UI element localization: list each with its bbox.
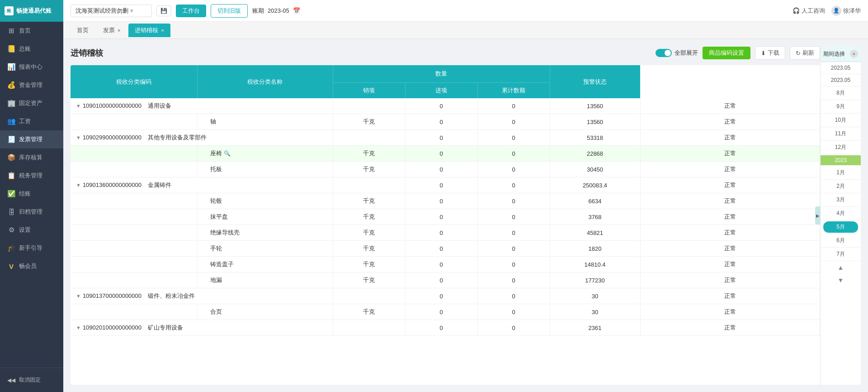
table-row[interactable]: 轮毂 千克 0 0 6634 正常 [71, 193, 820, 209]
table-row[interactable]: 手轮 千克 0 0 1820 正常 [71, 241, 820, 257]
period-10[interactable]: 10月 [821, 114, 861, 127]
sidebar: 账 畅捷通易代账 ⊞ 首页 📒 总账 📊 报表中心 💰 资金管理 🏢 固定资产 … [0, 0, 63, 392]
row-unit: 千克 [333, 193, 405, 209]
sidebar-item-settlement[interactable]: ✅ 结账 [0, 185, 63, 203]
period-5[interactable]: 5月 [823, 221, 858, 233]
period-7[interactable]: 7月 [821, 248, 861, 261]
period-2023-05-top[interactable]: 2023.05 [821, 62, 861, 74]
row-sale: 0 [405, 304, 477, 320]
sidebar-item-payroll[interactable]: 👥 工资 [0, 112, 63, 130]
table-row[interactable]: 轴 千克 0 0 13560 正常 [71, 114, 820, 130]
sidebar-label-settlement: 结账 [19, 190, 31, 198]
period-scroll-up[interactable]: ▲ [838, 264, 844, 271]
table-row[interactable]: 抹平盘 千克 0 0 3768 正常 [71, 209, 820, 225]
expand-toggle[interactable] [656, 49, 672, 57]
row-status: 正常 [640, 225, 820, 241]
row-total: 250083.4 [550, 177, 640, 193]
period-panel-close[interactable]: × [850, 50, 858, 58]
tab-reconcile-label: 进销稽核 [135, 26, 158, 34]
row-total: 3768 [550, 209, 640, 225]
table-row[interactable]: ▼109013700000000000 锻件、粉末冶金件 0 0 30 正常 [71, 288, 820, 304]
sidebar-item-settings[interactable]: ⚙ 设置 [0, 221, 63, 239]
sidebar-label-guide: 新手引导 [19, 244, 42, 252]
period-2023-05-b[interactable]: 2023.05 [821, 74, 861, 86]
row-name: 绝缘导线壳 [197, 225, 333, 241]
col-header-tax-name: 税收分类名称 [197, 65, 333, 98]
row-sale: 0 [405, 241, 477, 257]
sidebar-item-guide[interactable]: 🎓 新手引导 [0, 239, 63, 257]
row-unit [333, 320, 405, 336]
period-11[interactable]: 11月 [821, 127, 861, 141]
period-panel-header: 期间选择 × [821, 46, 861, 62]
row-total: 30450 [550, 162, 640, 177]
table-row[interactable]: ▼109020100000000000 矿山专用设备 0 0 2361 正常 [71, 320, 820, 336]
calendar-icon[interactable]: 📅 [293, 7, 300, 14]
sidebar-item-vip[interactable]: V 畅会员 [0, 257, 63, 275]
support-button[interactable]: 🎧 人工咨询 [793, 7, 825, 15]
product-code-button[interactable]: 商品编码设置 [703, 47, 750, 59]
save-draft-button[interactable]: 💾 [156, 5, 171, 16]
sidebar-item-funds[interactable]: 💰 资金管理 [0, 76, 63, 94]
row-code [71, 193, 197, 209]
row-code [71, 241, 197, 257]
row-sale: 0 [405, 288, 477, 304]
main-content: 进销稽核 全部展开 商品编码设置 ⬇ 下载 ↻ 刷新 [71, 46, 820, 385]
table-container[interactable]: 税收分类编码 税收分类名称 数量 预警状态 [71, 65, 820, 336]
period-6[interactable]: 6月 [821, 234, 861, 248]
table-row[interactable]: 座椅 🔍 千克 0 0 22868 正常 [71, 146, 820, 162]
period-3[interactable]: 3月 [821, 193, 861, 207]
row-sale: 0 [405, 257, 477, 272]
row-name: 手轮 [197, 241, 333, 257]
sidebar-item-reports[interactable]: 📊 报表中心 [0, 58, 63, 76]
sidebar-label-home: 首页 [19, 27, 31, 35]
table-row[interactable]: ▼109010000000000000 通用设备 0 0 13560 正常 [71, 98, 820, 114]
tab-reconcile-close[interactable]: × [161, 28, 164, 33]
period-2[interactable]: 2月 [821, 180, 861, 193]
sidebar-item-invoice[interactable]: 🧾 发票管理 [0, 130, 63, 148]
period-list: 2023.05 2023.05 8月 9月 10月 11月 12月 2023 1… [821, 62, 861, 385]
unpin-button[interactable]: ◀◀ 取消固定 [0, 373, 63, 387]
period-panel-title: 期间选择 [823, 50, 845, 58]
sidebar-item-tax[interactable]: 📋 税务管理 [0, 167, 63, 185]
table-row[interactable]: 合页 千克 0 0 30 正常 [71, 304, 820, 320]
period-8[interactable]: 8月 [821, 86, 861, 100]
page-actions: 全部展开 商品编码设置 ⬇ 下载 ↻ 刷新 [656, 46, 820, 60]
period-4[interactable]: 4月 [821, 207, 861, 220]
row-code [71, 257, 197, 272]
period-9[interactable]: 9月 [821, 100, 861, 114]
period-1[interactable]: 1月 [821, 166, 861, 180]
tab-invoice-close[interactable]: × [118, 28, 120, 33]
table-row[interactable]: 托板 千克 0 0 30450 正常 [71, 162, 820, 177]
col-header-status: 预警状态 [550, 65, 640, 98]
user-menu[interactable]: 👤 徐泽华 [831, 6, 861, 16]
table-row[interactable]: 地漏 千克 0 0 177230 正常 [71, 272, 820, 288]
table-row[interactable]: ▼109013600000000000 金属铸件 0 0 250083.4 正常 [71, 177, 820, 193]
sidebar-item-home[interactable]: ⊞ 首页 [0, 22, 63, 40]
sidebar-item-inventory[interactable]: 📦 库存核算 [0, 148, 63, 167]
sidebar-item-ledger[interactable]: 📒 总账 [0, 40, 63, 58]
table-row[interactable]: ▼109029900000000000 其他专用设备及零部件 0 0 53318… [71, 130, 820, 146]
sidebar-item-archive[interactable]: 🗄 归档管理 [0, 203, 63, 221]
panel-collapse-toggle[interactable]: ▶ [815, 206, 821, 225]
sidebar-item-assets[interactable]: 🏢 固定资产 [0, 94, 63, 112]
row-status: 正常 [640, 114, 820, 130]
search-icon[interactable]: 🔍 [224, 150, 231, 157]
company-selector[interactable]: 沈海英测试经营勿删 ▾ [71, 5, 152, 17]
refresh-button[interactable]: ↻ 刷新 [790, 46, 820, 60]
save-icon: 💾 [160, 8, 167, 14]
download-button[interactable]: ⬇ 下载 [755, 46, 785, 60]
tab-home[interactable]: 首页 [71, 24, 95, 37]
row-purchase: 0 [477, 209, 550, 225]
workbench-button[interactable]: 工作台 [176, 5, 206, 17]
settlement-icon: ✅ [7, 190, 15, 198]
switch-version-button[interactable]: 切到旧版 [211, 4, 248, 18]
table-row[interactable]: 铸造盖子 千克 0 0 14810.4 正常 [71, 257, 820, 272]
row-purchase: 0 [477, 225, 550, 241]
tab-reconcile[interactable]: 进销稽核 × [128, 24, 170, 37]
table-row[interactable]: 绝缘导线壳 千克 0 0 45821 正常 [71, 225, 820, 241]
period-12[interactable]: 12月 [821, 141, 861, 154]
period-scroll-down[interactable]: ▼ [838, 277, 844, 284]
period-label: 账期 [252, 7, 264, 15]
reports-icon: 📊 [7, 63, 15, 71]
tab-invoice[interactable]: 发票 × [97, 24, 127, 37]
